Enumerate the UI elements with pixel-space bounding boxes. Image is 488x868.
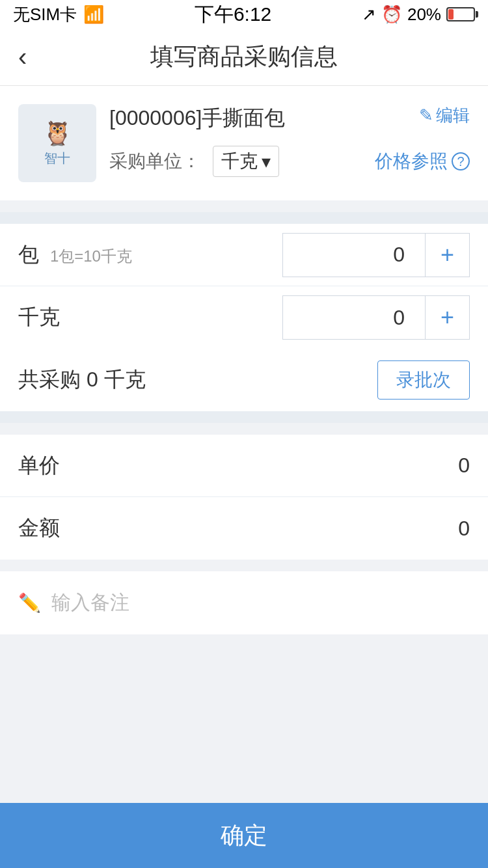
price-ref-button[interactable]: 价格参照 ? (375, 149, 470, 174)
unit-price-label: 单价 (18, 452, 458, 480)
location-icon: ↗ (362, 5, 376, 25)
amount-value: 0 (458, 517, 470, 541)
divider-2 (0, 411, 488, 423)
amount-label: 金额 (18, 514, 458, 543)
product-thumbnail: 🦉 智十 (18, 104, 96, 182)
bao-input-wrap: + (282, 233, 470, 277)
battery-icon (446, 7, 475, 21)
unit-price-value: 0 (458, 454, 470, 478)
input-section: 包 1包=10千克 + 千克 + (0, 224, 488, 349)
product-card: 🦉 智十 [0000006]手撕面包 ✎ 编辑 采购单位： 千克 ▾ 价格参照 … (0, 86, 488, 200)
bao-sub: 1包=10千克 (50, 247, 132, 265)
status-right: ↗ ⏰ 20% (362, 5, 475, 25)
unit-row: 采购单位： 千克 ▾ (109, 146, 279, 177)
bao-plus-button[interactable]: + (426, 233, 470, 277)
divider-1 (0, 212, 488, 224)
notes-section[interactable]: ✏️ 输入备注 (0, 571, 488, 634)
product-thumb-icon: 🦉 (43, 120, 72, 147)
status-bar: 无SIM卡 📶 下午6:12 ↗ ⏰ 20% (0, 0, 488, 29)
kg-input-wrap: + (282, 295, 470, 340)
back-button[interactable]: ‹ (18, 42, 27, 72)
edit-label: 编辑 (436, 104, 470, 127)
kg-label: 千克 (18, 303, 282, 332)
nav-bar: ‹ 填写商品采购信息 (0, 29, 488, 86)
status-time: 下午6:12 (195, 1, 271, 28)
product-thumb-label: 智十 (44, 150, 70, 167)
edit-button[interactable]: ✎ 编辑 (419, 104, 470, 127)
info-section: 单价 0 金额 0 (0, 435, 488, 560)
kg-input[interactable] (282, 295, 426, 340)
dropdown-icon: ▾ (262, 151, 271, 172)
alarm-icon: ⏰ (381, 5, 402, 25)
battery-percent: 20% (407, 5, 441, 25)
confirm-button[interactable]: 确定 (0, 803, 488, 868)
notes-placeholder: 输入备注 (51, 590, 129, 616)
product-info: [0000006]手撕面包 ✎ 编辑 采购单位： 千克 ▾ 价格参照 ? (109, 104, 470, 177)
amount-row: 金额 0 (0, 497, 488, 560)
kg-input-row: 千克 + (0, 286, 488, 349)
page-title: 填写商品采购信息 (150, 41, 338, 73)
unit-text-label: 采购单位： (109, 151, 200, 171)
unit-price-row: 单价 0 (0, 435, 488, 497)
info-icon: ? (452, 152, 470, 170)
carrier-label: 无SIM卡 (13, 3, 77, 26)
batch-button[interactable]: 录批次 (377, 360, 470, 400)
unit-select[interactable]: 千克 ▾ (213, 146, 279, 177)
status-left: 无SIM卡 📶 (13, 3, 104, 26)
bao-input[interactable] (282, 233, 426, 277)
pencil-icon: ✏️ (18, 592, 41, 614)
battery-fill (448, 9, 454, 20)
content-spacer (0, 634, 488, 817)
product-header: [0000006]手撕面包 ✎ 编辑 (109, 104, 470, 133)
summary-text: 共采购 0 千克 (18, 366, 146, 394)
bao-input-row: 包 1包=10千克 + (0, 224, 488, 286)
product-meta: 采购单位： 千克 ▾ 价格参照 ? (109, 146, 470, 177)
edit-icon: ✎ (419, 105, 433, 126)
summary-row: 共采购 0 千克 录批次 (0, 349, 488, 411)
kg-plus-button[interactable]: + (426, 295, 470, 340)
bao-label: 包 1包=10千克 (18, 241, 282, 269)
unit-value: 千克 (221, 149, 258, 174)
product-name: [0000006]手撕面包 (109, 104, 285, 133)
wifi-icon: 📶 (83, 5, 104, 25)
price-ref-label: 价格参照 (375, 149, 448, 174)
